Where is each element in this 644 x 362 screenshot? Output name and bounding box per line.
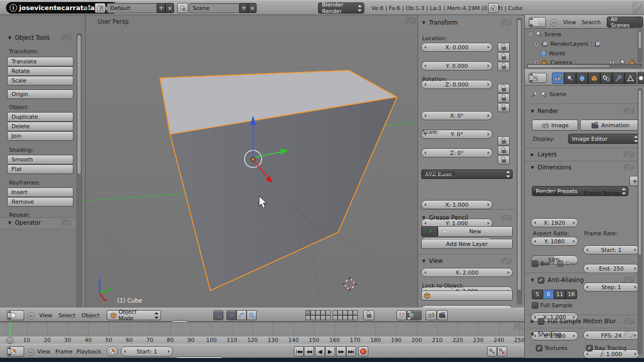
frame-step-field[interactable]: Step: 1 (583, 283, 639, 292)
add-new-layer-button[interactable]: Add New Layer (421, 239, 513, 249)
flat-button[interactable]: Flat (7, 164, 73, 174)
layer-toggle-cell[interactable] (333, 315, 338, 320)
layer-toggle-cell[interactable] (343, 310, 348, 315)
layer-toggle-cell[interactable] (310, 310, 315, 315)
delete-keyframes-button[interactable] (497, 346, 507, 356)
screen-layout-field[interactable]: Default (107, 3, 157, 13)
aa-samples-5-button[interactable]: 5 (532, 290, 543, 299)
view3d-menu-view[interactable]: View (39, 312, 52, 319)
aa-samples-11-button[interactable]: 11 (554, 290, 566, 299)
editor-corner-widget[interactable] (635, 16, 643, 22)
ray-tracing-checkbox-row[interactable]: ✓Ray Tracing (586, 345, 627, 351)
panel-drag-widget[interactable] (501, 214, 512, 221)
panel-drag-widget[interactable] (61, 34, 71, 41)
layer-toggle-cell[interactable] (310, 315, 315, 320)
transform-panel-header[interactable]: ▼Transform (422, 19, 458, 26)
layer-toggle-cell[interactable] (343, 315, 348, 320)
crop-checkbox-row[interactable]: Cro (557, 260, 575, 267)
aa-samples-8-button[interactable]: 8 (543, 290, 554, 299)
object-tools-panel-header[interactable]: ▼Object Tools (8, 34, 50, 41)
outliner-row-renderlayers[interactable]: + RenderLayers | (534, 40, 601, 47)
border-checkbox[interactable] (532, 260, 538, 267)
menu-help-clipped[interactable]: lp (85, 5, 90, 11)
dimension-x-field[interactable]: X: 2.000 (421, 268, 513, 277)
rotate-button[interactable]: Rotate (7, 66, 73, 76)
fsmb-section-header[interactable]: ▶Full Sample Motion Blur (531, 318, 616, 325)
collapse-menus-button[interactable]: − (27, 312, 35, 320)
layers-grid-1[interactable] (305, 310, 331, 320)
layer-toggle-cell[interactable] (320, 315, 326, 320)
timeline[interactable]: 1020304050607080901001101201301401501601… (0, 322, 524, 344)
tool-shelf-scrollbar-thumb[interactable] (77, 35, 82, 174)
opengl-animation-button[interactable] (437, 310, 448, 320)
frame-end-field[interactable]: End: 250 (583, 264, 639, 273)
layer-toggle-cell[interactable] (348, 310, 353, 315)
display-dropdown[interactable]: Image Editor (568, 134, 640, 144)
editor-type-button[interactable] (529, 17, 546, 27)
rotation-x-field[interactable]: X: 0° (421, 111, 493, 120)
section-drag-widget[interactable] (623, 331, 634, 337)
close-layout-button[interactable]: × (166, 3, 174, 13)
layer-toggle-cell[interactable] (326, 310, 331, 315)
scene-icon-button[interactable] (177, 3, 188, 13)
layer-toggle-cell[interactable] (326, 315, 331, 320)
jump-to-end-button[interactable]: ▶▶| (346, 346, 356, 356)
viewport-corner-widget[interactable] (406, 17, 416, 24)
outliner-row-world[interactable]: World (540, 50, 565, 57)
view3d-menu-object[interactable]: Object (82, 312, 100, 319)
render-image-button[interactable]: Image (532, 120, 578, 131)
scene-field[interactable]: Scene (189, 3, 239, 13)
dimensions-section-header[interactable]: ▼Dimensions (531, 164, 572, 171)
layer-toggle-cell[interactable] (348, 315, 353, 320)
duplicate-window-button[interactable] (488, 3, 499, 13)
outliner-hscrollbar-thumb[interactable] (527, 64, 610, 68)
scale-manipulator-button[interactable] (247, 310, 257, 320)
operator-panel-header[interactable]: ▼Operator (8, 219, 41, 226)
collapse-menus-button[interactable]: − (550, 19, 557, 27)
viewport-3d[interactable]: User Persp z y x (1) Cube (86, 15, 418, 308)
add-scene-button[interactable]: + (239, 3, 248, 13)
shading-section-header[interactable]: ▼Shading (531, 331, 561, 338)
layer-toggle-cell[interactable] (353, 310, 358, 315)
rotate-manipulator-button[interactable] (236, 310, 247, 320)
panel-drag-widget[interactable] (501, 19, 512, 26)
layer-toggle-cell[interactable] (338, 315, 343, 320)
render-section-header[interactable]: ▼Render (531, 108, 558, 115)
editor-type-button[interactable] (7, 346, 24, 356)
n-panel-scrollbar-thumb[interactable] (517, 19, 522, 291)
textures-checkbox[interactable]: ✓ (536, 345, 542, 351)
layer-toggle-cell[interactable] (320, 310, 326, 315)
mode-dropdown[interactable]: Object Mode (107, 310, 161, 320)
window-resize-corner[interactable] (632, 2, 643, 14)
previous-keyframe-button[interactable]: ◀◀ (304, 346, 314, 356)
translate-button[interactable]: Translate (7, 57, 73, 66)
expand-plus-icon[interactable]: + (534, 41, 539, 47)
render-animation-button[interactable]: Animation (580, 120, 640, 131)
section-drag-widget[interactable] (623, 318, 634, 324)
layer-toggle-cell[interactable] (333, 310, 338, 315)
aa-samples-16-button[interactable]: 16 (566, 290, 577, 299)
duplicate-button[interactable]: Duplicate (7, 112, 73, 122)
lock-location-z-button[interactable] (498, 62, 510, 71)
editor-corner-widget[interactable] (514, 323, 523, 330)
timeline-ruler[interactable]: 1020304050607080901001101201301401501601… (0, 336, 524, 344)
grease-pencil-new-button[interactable]: +New (438, 226, 513, 237)
resolution-x-field[interactable]: X: 1920 (531, 218, 578, 227)
layer-toggle-cell[interactable] (338, 310, 343, 315)
next-keyframe-button[interactable]: ▶▶ (336, 346, 346, 356)
location-x-field[interactable]: X: 0.000 (421, 43, 493, 52)
lock-scale-y-button[interactable] (498, 146, 510, 155)
layers-grid-2[interactable] (333, 310, 358, 320)
collapse-menus-button[interactable]: − (27, 348, 35, 356)
properties-scrollbar-thumb[interactable] (638, 89, 642, 255)
lock-rotation-y-button[interactable] (498, 94, 510, 103)
location-y-field[interactable]: Y: 0.000 (421, 61, 493, 70)
full-sample-checkbox[interactable] (532, 302, 538, 309)
resolution-y-field[interactable]: Y: 1080 (531, 237, 578, 246)
close-scene-button[interactable]: × (248, 3, 257, 13)
scale-x-field[interactable]: X: 1.000 (421, 200, 493, 209)
add-layout-button[interactable]: + (157, 3, 166, 13)
section-drag-widget[interactable] (623, 277, 634, 283)
full-sample-checkbox-row[interactable]: Full Sample (532, 302, 573, 309)
screen-layout-icon-button[interactable] (95, 3, 106, 13)
